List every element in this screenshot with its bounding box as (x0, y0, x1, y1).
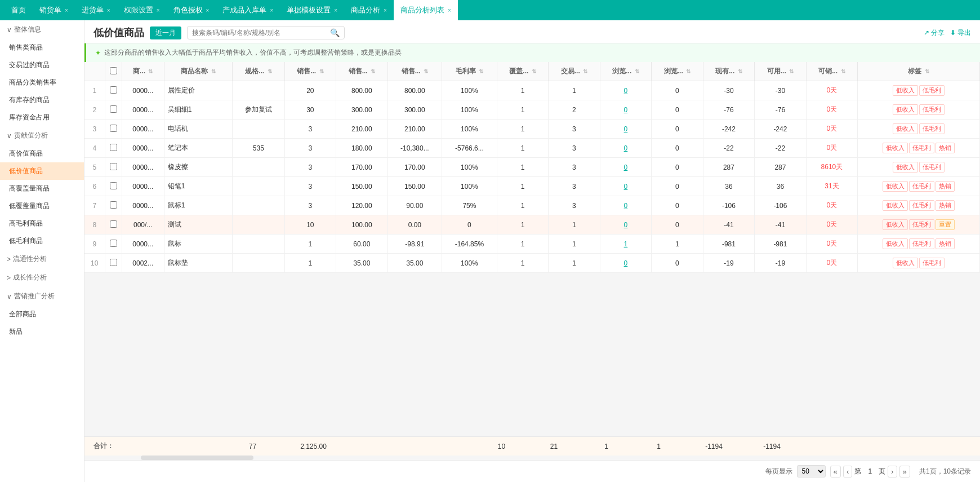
close-icon[interactable]: × (384, 7, 387, 14)
page-last-button[interactable]: » (899, 466, 910, 477)
close-icon[interactable]: × (157, 7, 160, 14)
row-views1[interactable]: 0 (600, 120, 651, 139)
sort-icon[interactable]: ⇅ (371, 68, 375, 74)
row-views1[interactable]: 0 (600, 215, 651, 235)
row-views1[interactable]: 0 (600, 100, 651, 120)
row-checkbox[interactable] (105, 196, 122, 215)
row-select-checkbox[interactable] (110, 240, 117, 247)
sidebar-item-new-products[interactable]: 新品 (0, 323, 84, 341)
page-size-select[interactable]: 50 100 200 (797, 465, 826, 477)
close-icon[interactable]: × (448, 7, 451, 14)
export-button[interactable]: ⬇ 导出 (950, 28, 971, 38)
sort-icon[interactable]: ⇅ (738, 68, 742, 74)
row-select-checkbox[interactable] (110, 163, 117, 170)
nav-product-analysis[interactable]: 商品分析 × (344, 0, 394, 20)
sort-icon[interactable]: ⇅ (841, 68, 845, 74)
row-views1[interactable]: 0 (600, 196, 651, 215)
row-checkbox[interactable] (105, 158, 122, 177)
search-icon[interactable]: 🔍 (330, 28, 340, 37)
search-input[interactable] (192, 29, 328, 37)
row-checkbox[interactable] (105, 254, 122, 273)
row-checkbox[interactable] (105, 215, 122, 235)
column-checkbox[interactable] (105, 62, 122, 81)
sidebar-item-capital-occupation[interactable]: 库存资金占用 (0, 109, 84, 126)
close-icon[interactable]: × (334, 7, 337, 14)
row-select-checkbox[interactable] (110, 86, 117, 94)
views1-link[interactable]: 0 (624, 259, 628, 267)
row-checkbox[interactable] (105, 177, 122, 196)
sidebar-item-sales-products[interactable]: 销售类商品 (0, 39, 84, 56)
row-select-checkbox[interactable] (110, 220, 117, 228)
sort-icon[interactable]: ⇅ (211, 68, 216, 74)
sidebar-group-title-growth[interactable]: > 成长性分析 (0, 268, 84, 287)
row-select-checkbox[interactable] (110, 182, 117, 189)
nav-product-entry[interactable]: 产成品入库单 × (216, 0, 280, 20)
row-checkbox[interactable] (105, 120, 122, 139)
sort-icon[interactable]: ⇅ (319, 68, 324, 74)
sidebar-group-title-contribution[interactable]: ∨ 贡献值分析 (0, 126, 84, 145)
views1-link[interactable]: 0 (624, 144, 628, 152)
nav-purchase-order[interactable]: 进货单 × (75, 0, 117, 20)
sidebar-item-inventory-products[interactable]: 有库存的商品 (0, 91, 84, 109)
page-first-button[interactable]: « (830, 466, 841, 477)
sidebar-item-all-products[interactable]: 全部商品 (0, 306, 84, 323)
row-views1[interactable]: 0 (600, 81, 651, 100)
row-select-checkbox[interactable] (110, 201, 117, 209)
close-icon[interactable]: × (270, 7, 273, 14)
sort-icon[interactable]: ⇅ (424, 68, 428, 74)
sidebar-group-title-marketing[interactable]: ∨ 营销推广分析 (0, 287, 84, 306)
sort-icon[interactable]: ⇅ (532, 68, 536, 74)
sort-icon[interactable]: ⇅ (686, 68, 691, 74)
nav-template-settings[interactable]: 单据模板设置 × (280, 0, 344, 20)
sort-icon[interactable]: ⇅ (635, 68, 639, 74)
sidebar-group-title-overall[interactable]: ∨ 整体信息 (0, 20, 84, 39)
page-prev-button[interactable]: ‹ (843, 466, 852, 477)
sidebar-item-low-coverage[interactable]: 低覆盖量商品 (0, 197, 84, 215)
row-select-checkbox[interactable] (110, 144, 117, 151)
row-select-checkbox[interactable] (110, 125, 117, 132)
row-views1[interactable]: 0 (600, 254, 651, 273)
page-next-button[interactable]: › (888, 466, 897, 477)
row-checkbox[interactable] (105, 100, 122, 120)
sort-icon[interactable]: ⇅ (148, 68, 153, 74)
row-views1[interactable]: 1 (600, 235, 651, 254)
horizontal-scrollbar[interactable] (84, 456, 980, 460)
views1-link[interactable]: 0 (624, 202, 628, 210)
views1-link[interactable]: 1 (624, 240, 628, 248)
views1-link[interactable]: 0 (624, 106, 628, 114)
sidebar-item-high-value[interactable]: 高价值商品 (0, 145, 84, 162)
sidebar-item-traded-products[interactable]: 交易过的商品 (0, 56, 84, 74)
views1-link[interactable]: 0 (624, 221, 628, 229)
sort-icon[interactable]: ⇅ (479, 68, 483, 74)
row-views1[interactable]: 0 (600, 158, 651, 177)
row-views1[interactable]: 0 (600, 177, 651, 196)
close-icon[interactable]: × (107, 7, 110, 14)
views1-link[interactable]: 0 (624, 163, 628, 171)
row-checkbox[interactable] (105, 81, 122, 100)
sidebar-item-low-value[interactable]: 低价值商品 (0, 162, 84, 180)
filter-recent-month-button[interactable]: 近一月 (150, 26, 181, 39)
row-views1[interactable]: 0 (600, 139, 651, 158)
nav-product-analysis-list[interactable]: 商品分析列表 × (394, 0, 458, 20)
sidebar-item-high-coverage[interactable]: 高覆盖量商品 (0, 180, 84, 197)
views1-link[interactable]: 0 (624, 87, 628, 95)
sidebar-group-title-circulation[interactable]: > 流通性分析 (0, 250, 84, 268)
sort-icon[interactable]: ⇅ (583, 68, 587, 74)
row-checkbox[interactable] (105, 235, 122, 254)
close-icon[interactable]: × (65, 7, 68, 14)
nav-home[interactable]: 首页 (5, 0, 33, 20)
sort-icon[interactable]: ⇅ (789, 68, 794, 74)
row-select-checkbox[interactable] (110, 105, 117, 113)
nav-role-auth[interactable]: 角色授权 × (167, 0, 216, 20)
select-all-checkbox[interactable] (110, 67, 117, 74)
row-select-checkbox[interactable] (110, 259, 117, 266)
views1-link[interactable]: 0 (624, 183, 628, 191)
sidebar-item-high-margin[interactable]: 高毛利商品 (0, 215, 84, 232)
views1-link[interactable]: 0 (624, 125, 628, 133)
close-icon[interactable]: × (206, 7, 210, 14)
share-button[interactable]: ↗ 分享 (924, 28, 945, 38)
sidebar-item-low-margin[interactable]: 低毛利商品 (0, 232, 84, 250)
row-checkbox[interactable] (105, 139, 122, 158)
nav-permissions[interactable]: 权限设置 × (117, 0, 167, 20)
nav-sales-order[interactable]: 销货单 × (33, 0, 75, 20)
